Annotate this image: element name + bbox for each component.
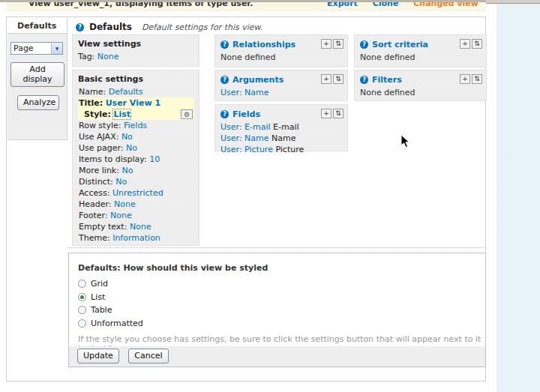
changed-view-link[interactable]: Changed view xyxy=(413,2,478,8)
access-setting-link[interactable]: Unrestricted xyxy=(112,188,164,198)
style-settings-gear-icon[interactable]: ⚙ xyxy=(181,109,193,119)
section-fields: ? Fields + ⇅ User: E-mail E-mail User: N… xyxy=(214,104,348,151)
radio-button[interactable] xyxy=(78,306,86,314)
cancel-button[interactable]: Cancel xyxy=(128,349,168,364)
display-type-select[interactable]: Page ▼ xyxy=(10,42,63,55)
rearrange-icon[interactable]: ⇅ xyxy=(333,109,344,118)
radio-label: Table xyxy=(91,305,112,315)
setting-row-style: Style: List ⚙ xyxy=(78,109,194,120)
items-setting-link[interactable]: 10 xyxy=(149,154,160,164)
filters-title-link[interactable]: Filters xyxy=(372,75,402,85)
display-controls: Page ▼ Add display Analyze xyxy=(8,34,67,139)
display-header-subtitle: Default settings for this view. xyxy=(137,22,262,32)
relationships-empty-text: None defined xyxy=(220,52,343,63)
setting-row-empty-text: Empty text: None xyxy=(78,221,194,232)
argument-item-link[interactable]: User: Name xyxy=(220,88,269,97)
add-display-button[interactable]: Add display xyxy=(10,62,64,87)
theme-setting-link[interactable]: Information xyxy=(112,233,160,243)
help-icon[interactable]: ? xyxy=(360,40,368,49)
setting-label: Items to display: xyxy=(79,154,147,164)
display-header-title: Defaults xyxy=(89,22,132,32)
section-title: Basic settings xyxy=(78,74,194,84)
field-item-label: Picture xyxy=(275,145,304,154)
rearrange-icon[interactable]: ⇅ xyxy=(333,39,344,49)
radio-button[interactable] xyxy=(78,280,86,288)
radio-button[interactable] xyxy=(78,293,86,301)
rearrange-icon[interactable]: ⇅ xyxy=(472,74,482,84)
setting-label: Name: xyxy=(79,87,106,97)
setting-label: Style: xyxy=(84,109,111,119)
setting-label: Theme: xyxy=(79,233,110,243)
setting-row-header: Header: None xyxy=(78,199,194,210)
arguments-title-link[interactable]: Arguments xyxy=(232,75,284,85)
setting-row-items: Items to display: 10 xyxy=(78,154,194,165)
setting-row-more-link: More link: No xyxy=(78,165,194,176)
help-icon[interactable]: ? xyxy=(220,40,229,49)
style-setting-link[interactable]: List xyxy=(113,109,130,119)
tab-defaults[interactable]: Defaults xyxy=(8,18,67,34)
analyze-button[interactable]: Analyze xyxy=(17,95,59,110)
rearrange-icon[interactable]: ⇅ xyxy=(472,39,482,49)
setting-row-theme: Theme: Information xyxy=(78,232,194,244)
update-button[interactable]: Update xyxy=(77,349,119,364)
field-item: User: E-mail E-mail xyxy=(220,121,343,133)
setting-row-footer: Footer: None xyxy=(78,210,194,221)
header-setting-link[interactable]: None xyxy=(114,199,136,209)
field-item-link[interactable]: User: Name xyxy=(220,133,269,143)
empty-text-setting-link[interactable]: None xyxy=(130,222,152,232)
ajax-setting-link[interactable]: No xyxy=(122,132,133,142)
name-setting-link[interactable]: Defaults xyxy=(109,87,143,97)
form-actions-bar: Update Cancel xyxy=(69,346,485,367)
setting-label: Use pager: xyxy=(79,143,124,153)
sort-criteria-title-link[interactable]: Sort criteria xyxy=(372,40,428,49)
distinct-setting-link[interactable]: No xyxy=(116,177,127,187)
section-basic-settings: Basic settings Name: Defaults Title: Use… xyxy=(72,70,200,246)
filters-empty-text: None defined xyxy=(360,87,482,98)
footer-setting-link[interactable]: None xyxy=(110,211,132,220)
divider xyxy=(68,247,486,248)
export-link[interactable]: Export xyxy=(327,2,358,8)
fields-title-link[interactable]: Fields xyxy=(232,109,260,119)
add-icon[interactable]: + xyxy=(321,109,332,118)
add-icon[interactable]: + xyxy=(321,74,332,84)
pager-setting-link[interactable]: No xyxy=(126,143,137,153)
setting-label: Title: xyxy=(79,98,103,108)
tag-setting-link[interactable]: None xyxy=(98,52,119,61)
views-edit-panel: Defaults Page ▼ Add display Analyze ? De… xyxy=(6,16,486,382)
section-filters: ? Filters + ⇅ None defined xyxy=(354,70,487,101)
field-item-link[interactable]: User: Picture xyxy=(220,145,273,154)
field-item: User: Picture Picture xyxy=(220,144,343,155)
style-option-table[interactable]: Table xyxy=(78,305,112,315)
field-item-label: Name xyxy=(272,133,296,143)
help-icon[interactable]: ? xyxy=(360,76,368,84)
more-link-setting-link[interactable]: No xyxy=(122,166,133,175)
radio-label: List xyxy=(91,292,105,302)
setting-label: Use AJAX: xyxy=(79,132,118,142)
relationships-title-link[interactable]: Relationships xyxy=(232,40,296,49)
clone-link[interactable]: Clone xyxy=(373,2,399,8)
style-option-unformatted[interactable]: Unformatted xyxy=(78,319,143,328)
radio-label: Grid xyxy=(91,279,108,289)
field-item: User: Name Name xyxy=(220,133,343,144)
add-icon[interactable]: + xyxy=(460,39,470,49)
title-setting-link[interactable]: User View 1 xyxy=(106,98,160,108)
style-option-list[interactable]: List xyxy=(78,292,105,302)
row-style-setting-link[interactable]: Fields xyxy=(124,121,147,130)
page-title: View user_view_1, displaying items of ty… xyxy=(28,2,253,8)
radio-button[interactable] xyxy=(78,319,86,328)
section-view-settings: View settings Tag: None xyxy=(72,34,200,67)
field-item-link[interactable]: User: E-mail xyxy=(220,122,271,132)
setting-label: Header: xyxy=(79,199,112,209)
rearrange-icon[interactable]: ⇅ xyxy=(333,74,344,84)
help-icon[interactable]: ? xyxy=(220,110,229,118)
section-relationships: ? Relationships + ⇅ None defined xyxy=(214,34,348,67)
setting-label: Empty text: xyxy=(79,222,127,232)
help-icon[interactable]: ? xyxy=(76,23,84,31)
display-header: ? Defaults Default settings for this vie… xyxy=(76,22,262,32)
setting-row-pager: Use pager: No xyxy=(78,142,194,154)
setting-row-distinct: Distinct: No xyxy=(78,176,194,187)
style-option-grid[interactable]: Grid xyxy=(78,279,108,289)
help-icon[interactable]: ? xyxy=(220,76,229,84)
add-icon[interactable]: + xyxy=(460,74,470,84)
add-icon[interactable]: + xyxy=(321,39,332,49)
